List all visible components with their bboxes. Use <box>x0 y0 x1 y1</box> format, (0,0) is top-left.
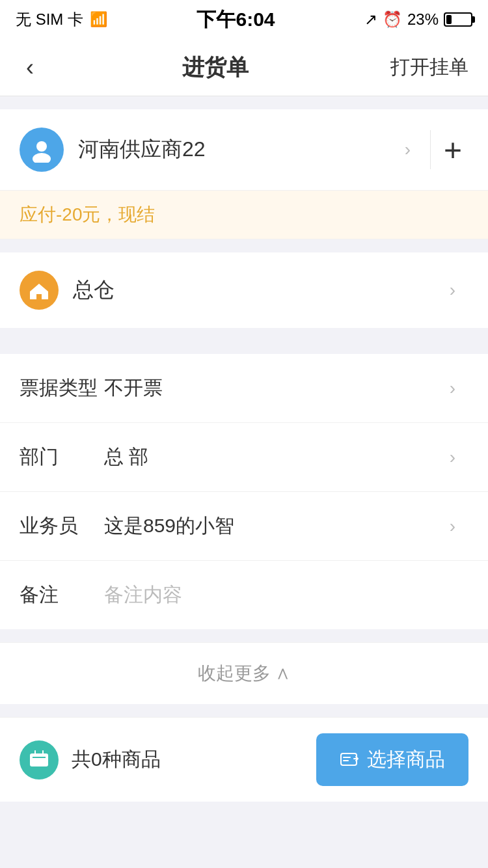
back-button[interactable]: ‹ <box>20 47 40 88</box>
product-count-icon <box>20 740 59 780</box>
wifi-icon: 📶 <box>90 11 107 28</box>
svg-point-1 <box>33 153 51 163</box>
alarm-icon: ⏰ <box>383 10 402 29</box>
product-count-text: 共0种商品 <box>72 746 316 773</box>
warehouse-chevron-icon: › <box>450 280 455 301</box>
status-left: 无 SIM 卡 📶 <box>16 9 107 30</box>
warehouse-house-icon <box>27 278 51 302</box>
notice-banner: 应付-20元，现结 <box>0 191 488 239</box>
collapse-label: 收起更多 ∧ <box>198 661 291 686</box>
section-gap-3 <box>0 328 488 341</box>
svg-point-0 <box>36 141 47 152</box>
select-product-icon <box>340 750 360 770</box>
supplier-chevron-icon: › <box>405 139 411 160</box>
svg-rect-2 <box>36 294 42 299</box>
supplier-section: 河南供应商22 › + 应付-20元，现结 <box>0 109 488 239</box>
location-icon: ↗ <box>364 10 377 29</box>
page-title: 进货单 <box>182 53 249 83</box>
section-gap-2 <box>0 239 488 252</box>
remark-input[interactable]: 备注内容 <box>98 582 468 608</box>
svg-rect-3 <box>30 753 48 766</box>
select-product-button[interactable]: 选择商品 <box>316 733 468 786</box>
status-right: ↗ ⏰ 23% <box>364 10 472 29</box>
sales-rep-label: 业务员 <box>20 513 98 539</box>
invoice-chevron-icon: › <box>450 378 455 399</box>
department-row[interactable]: 部门 总 部 › <box>0 423 488 492</box>
department-chevron-icon: › <box>450 447 455 468</box>
status-time: 下午6:04 <box>197 7 275 33</box>
notice-text: 应付-20元，现结 <box>20 204 155 224</box>
nav-bar: ‹ 进货单 打开挂单 <box>0 39 488 96</box>
supplier-row[interactable]: 河南供应商22 › + <box>0 109 488 191</box>
warehouse-section[interactable]: 总仓 › <box>0 252 488 328</box>
collapse-row[interactable]: 收起更多 ∧ <box>0 642 488 704</box>
department-value: 总 部 <box>98 444 450 470</box>
open-pending-button[interactable]: 打开挂单 <box>390 54 468 81</box>
carrier-label: 无 SIM 卡 <box>16 9 83 30</box>
invoice-value: 不开票 <box>98 375 450 401</box>
invoice-label: 票据类型 <box>20 375 98 401</box>
sales-rep-row[interactable]: 业务员 这是859的小智 › <box>0 492 488 561</box>
battery-percent: 23% <box>407 10 439 29</box>
select-product-label: 选择商品 <box>367 746 445 773</box>
supplier-avatar <box>20 128 64 172</box>
warehouse-row[interactable]: 总仓 › <box>0 252 488 328</box>
battery-icon <box>444 12 472 27</box>
invoice-row[interactable]: 票据类型 不开票 › <box>0 354 488 423</box>
user-icon <box>29 137 55 163</box>
status-bar: 无 SIM 卡 📶 下午6:04 ↗ ⏰ 23% <box>0 0 488 39</box>
sales-rep-chevron-icon: › <box>450 516 455 537</box>
section-gap-1 <box>0 96 488 109</box>
department-label: 部门 <box>20 444 98 470</box>
sales-rep-value: 这是859的小智 <box>98 513 450 539</box>
cart-icon <box>27 748 51 772</box>
bottom-bar: 共0种商品 选择商品 <box>0 717 488 802</box>
remark-label: 备注 <box>20 582 98 608</box>
warehouse-icon <box>20 271 59 310</box>
divider <box>430 130 431 169</box>
warehouse-name: 总仓 <box>73 276 450 305</box>
remark-row[interactable]: 备注 备注内容 <box>0 561 488 629</box>
add-supplier-button[interactable]: + <box>437 132 468 168</box>
supplier-name: 河南供应商22 <box>78 135 405 164</box>
form-section: 票据类型 不开票 › 部门 总 部 › 业务员 这是859的小智 › 备注 备注… <box>0 354 488 629</box>
